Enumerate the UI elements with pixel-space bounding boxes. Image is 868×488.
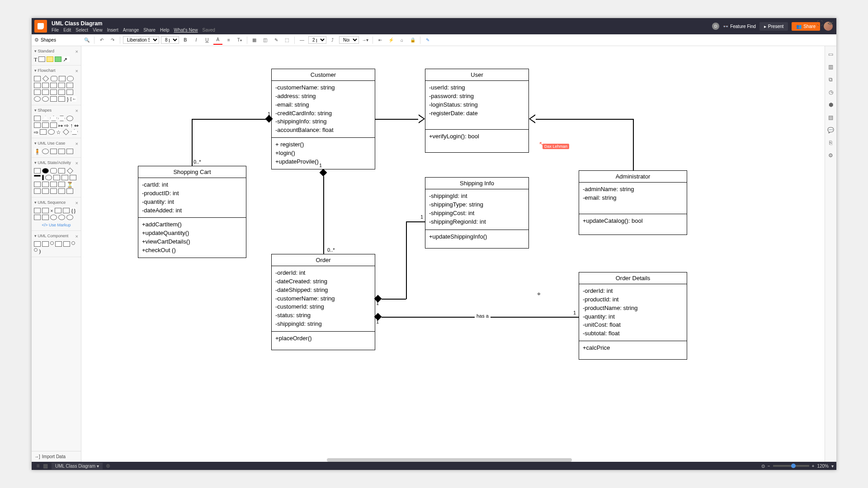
menu-select[interactable]: Select	[75, 28, 88, 33]
font-size-select[interactable]: 8 pt	[161, 36, 179, 44]
canvas[interactable]: Customer -customerName: string -address:…	[81, 46, 825, 462]
arrow-shape[interactable]	[63, 56, 70, 62]
basic-shape[interactable]	[34, 122, 41, 128]
flowchart-shape[interactable]	[34, 76, 41, 81]
flowchart-shape[interactable]	[42, 89, 49, 95]
state-shape[interactable]	[34, 168, 41, 174]
line-end-button[interactable]: →▾	[361, 36, 370, 45]
state-shape[interactable]	[42, 188, 49, 194]
state-shape[interactable]	[34, 175, 41, 177]
bold-button[interactable]: B	[181, 36, 190, 45]
zoom-slider[interactable]	[773, 465, 809, 467]
basic-shape[interactable]	[58, 116, 65, 121]
text-color-button[interactable]: A	[213, 36, 222, 45]
basic-shape[interactable]: ☆	[56, 129, 61, 135]
use-markup-link[interactable]: </> Use Markup	[33, 221, 79, 229]
flowchart-shape[interactable]	[67, 76, 74, 81]
state-shape[interactable]	[58, 188, 65, 194]
comp-shape[interactable]	[34, 241, 41, 247]
arrange-left-button[interactable]: ⇤	[376, 36, 385, 45]
state-shape[interactable]	[45, 175, 52, 180]
state-shape[interactable]	[50, 182, 57, 187]
basic-shape[interactable]: ↦	[58, 122, 63, 128]
horizontal-scrollbar[interactable]	[327, 458, 572, 462]
comp-shape[interactable]	[34, 248, 38, 252]
basic-shape[interactable]: ⇨	[34, 129, 38, 135]
usecase-shape[interactable]	[58, 149, 65, 154]
zoom-reset-icon[interactable]: ⊙	[761, 464, 765, 469]
zoom-out-button[interactable]: −	[768, 464, 770, 469]
connector[interactable]	[323, 176, 324, 254]
flowchart-shape[interactable]	[50, 89, 57, 95]
lock2-button[interactable]: 🔒	[408, 36, 417, 45]
line-route-button[interactable]: ⤴	[328, 36, 337, 45]
text-options-button[interactable]: T▾	[235, 36, 244, 45]
state-shape[interactable]: ⏳	[66, 182, 73, 187]
class-shopping-cart[interactable]: Shopping Cart -cartId: int -productID: i…	[138, 166, 246, 258]
feature-find-button[interactable]: 👓 Feature Find	[723, 24, 756, 29]
border-color-button[interactable]: ◫	[261, 36, 270, 45]
seq-shape[interactable]	[34, 215, 41, 220]
comments-icon[interactable]: 💬	[827, 127, 835, 134]
magic-button[interactable]: ✎	[423, 36, 432, 45]
connector[interactable]	[633, 119, 634, 171]
connector[interactable]	[382, 299, 406, 300]
basic-shape[interactable]	[63, 129, 69, 135]
flowchart-shape[interactable]	[42, 96, 49, 102]
flowchart-shape[interactable]	[66, 89, 73, 95]
seq-shape[interactable]	[63, 208, 70, 213]
basic-shape[interactable]	[42, 122, 49, 128]
usecase-shape[interactable]	[66, 149, 73, 154]
menu-file[interactable]: File	[52, 28, 59, 33]
grid-view-icon[interactable]: ▦	[42, 462, 49, 469]
seq-shape[interactable]	[55, 208, 61, 213]
class-order[interactable]: Order -orderId: int -dateCreated: string…	[271, 254, 375, 350]
flowchart-shape[interactable]	[58, 96, 65, 102]
close-icon[interactable]: ×	[75, 200, 78, 206]
basic-shape[interactable]	[42, 116, 49, 121]
basic-shape[interactable]: ⇔	[74, 122, 79, 128]
seq-shape[interactable]	[42, 215, 49, 220]
basic-shape[interactable]	[66, 116, 73, 121]
close-icon[interactable]: ×	[75, 108, 78, 113]
flowchart-shape[interactable]	[58, 89, 65, 95]
state-shape[interactable]	[50, 168, 57, 174]
close-icon[interactable]: ×	[75, 68, 78, 74]
note-shape[interactable]	[47, 56, 53, 62]
share-button[interactable]: 👥 Share	[792, 22, 820, 31]
undo-button[interactable]: ↶	[97, 36, 106, 45]
italic-button[interactable]: I	[192, 36, 201, 45]
state-shape[interactable]	[50, 188, 57, 194]
state-shape[interactable]	[70, 175, 76, 180]
collapse-right-icon[interactable]: ≪	[827, 20, 834, 27]
class-customer[interactable]: Customer -customerName: string -address:…	[271, 69, 375, 169]
shape-fill-button[interactable]: ✎	[272, 36, 281, 45]
state-shape[interactable]	[58, 168, 65, 174]
close-icon[interactable]: ×	[75, 49, 78, 54]
usecase-shape[interactable]: 🧍	[34, 149, 41, 154]
shapes-gear-icon[interactable]: ⚙	[34, 37, 39, 43]
ruler-icon[interactable]: ▥	[827, 63, 835, 70]
flowchart-shape[interactable]	[34, 89, 41, 95]
line-style-button[interactable]: —	[297, 36, 307, 45]
share2-icon[interactable]: ⎘	[827, 139, 835, 146]
menu-help[interactable]: Help	[160, 28, 170, 33]
basic-shape[interactable]	[34, 116, 41, 121]
comp-shape[interactable]: )	[39, 248, 41, 253]
seq-shape[interactable]	[34, 208, 41, 213]
presentation-icon[interactable]: ▤	[827, 114, 835, 121]
seq-shape[interactable]: ×	[50, 208, 53, 213]
page-tab[interactable]: UML Class Diagram ▾	[52, 463, 103, 469]
flowchart-shape[interactable]	[34, 83, 41, 88]
present-button[interactable]: ▸ Present	[760, 22, 788, 31]
line-width-select[interactable]: 2 px	[308, 36, 326, 44]
state-shape[interactable]	[34, 188, 41, 194]
font-select[interactable]: Liberation Sans	[123, 36, 159, 44]
state-shape[interactable]	[42, 182, 49, 187]
zoom-in-button[interactable]: +	[812, 464, 815, 469]
state-shape[interactable]	[67, 168, 73, 174]
close-icon[interactable]: ×	[75, 234, 78, 239]
text-shape[interactable]: T	[34, 56, 37, 62]
fill-button[interactable]: ▦	[250, 36, 259, 45]
connector[interactable]	[406, 221, 407, 299]
